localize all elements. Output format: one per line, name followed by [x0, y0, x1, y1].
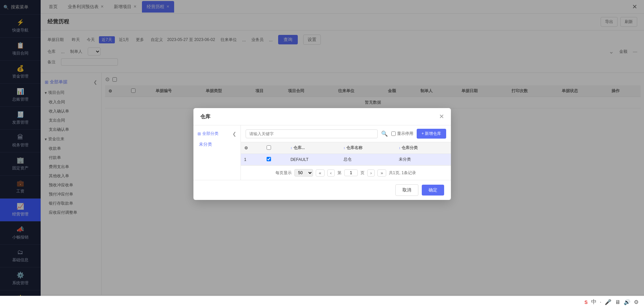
show-disabled-checkbox[interactable]	[391, 131, 396, 136]
grid-icon-2: ⊞	[198, 131, 201, 136]
row-category: 未分类	[395, 154, 451, 165]
modal-page-label: 页	[360, 170, 365, 176]
modal-header: 仓库 ✕	[193, 108, 451, 125]
modal-confirm-button[interactable]: 确定	[422, 185, 444, 196]
modal-footer: 取消 确定	[193, 180, 451, 200]
modal-body: ⊞ 全部分类 ❮ 未分类 🔍 显示停用 + 新增仓库	[193, 125, 451, 180]
modal-page-word: 第	[337, 170, 341, 176]
sys-icon-3[interactable]: 🖥	[615, 299, 620, 305]
modal-overlay: 仓库 ✕ ⊞ 全部分类 ❮ 未分类 🔍	[0, 0, 644, 308]
modal-right-panel: 🔍 显示停用 + 新增仓库 ⚙ ↕ 仓库...	[241, 125, 451, 180]
modal-cancel-button[interactable]: 取消	[395, 184, 418, 196]
warehouse-modal: 仓库 ✕ ⊞ 全部分类 ❮ 未分类 🔍	[193, 108, 451, 200]
modal-total-label: 共1页, 1条记录	[389, 170, 416, 176]
modal-pagination: 每页显示 50 100 « ‹ 第 页 › » 共1页, 1条记录	[241, 165, 451, 180]
modal-table-area: ⚙ ↕ 仓库... ↕ 仓库名称 ↕ 仓库分类 1 DEFA	[241, 142, 451, 165]
modal-search-button[interactable]: 🔍	[381, 130, 388, 137]
row-index: 1	[241, 154, 263, 165]
modal-first-page-btn[interactable]: «	[316, 169, 324, 177]
sys-icon-1[interactable]: 中	[591, 299, 597, 306]
modal-title: 仓库	[200, 114, 210, 120]
modal-per-page-select[interactable]: 50 100	[294, 169, 313, 177]
sys-icon-4[interactable]: 🔊	[624, 299, 630, 305]
sys-icon-2[interactable]: ·	[600, 299, 601, 305]
modal-search-input[interactable]	[246, 129, 378, 138]
modal-col-checkbox	[263, 142, 287, 154]
modal-header-checkbox[interactable]	[267, 145, 271, 150]
modal-last-page-btn[interactable]: »	[377, 169, 386, 177]
modal-page-input[interactable]	[344, 169, 358, 176]
modal-per-page-label: 每页显示	[275, 170, 292, 176]
modal-close-button[interactable]: ✕	[439, 113, 444, 120]
modal-collapse-btn[interactable]: ❮	[232, 131, 236, 137]
sys-taskbar: S 中 · 🎤 🖥 🔊 ⚙	[0, 296, 644, 308]
modal-left-title: ⊞ 全部分类	[198, 131, 219, 137]
modal-prev-page-btn[interactable]: ‹	[327, 169, 335, 177]
row-code: DEFAULT	[287, 154, 340, 165]
sys-mic-icon[interactable]: 🎤	[605, 299, 611, 305]
show-disabled-checkbox-label[interactable]: 显示停用	[391, 131, 413, 137]
modal-col-category: ↕ 仓库分类	[395, 142, 451, 154]
modal-toolbar: 🔍 显示停用 + 新增仓库	[241, 125, 451, 142]
sys-logo: S	[584, 300, 587, 305]
sys-icon-5[interactable]: ⚙	[634, 299, 639, 305]
modal-table-row[interactable]: 1 DEFAULT 总仓 未分类	[241, 154, 451, 165]
add-warehouse-button[interactable]: + 新增仓库	[417, 129, 446, 139]
modal-col-name: ↕ 仓库名称	[340, 142, 395, 154]
modal-next-page-btn[interactable]: ›	[367, 169, 375, 177]
modal-left-header: ⊞ 全部分类 ❮	[193, 129, 241, 139]
modal-col-code: ↕ 仓库...	[287, 142, 340, 154]
modal-table: ⚙ ↕ 仓库... ↕ 仓库名称 ↕ 仓库分类 1 DEFA	[241, 142, 451, 165]
row-name: 总仓	[340, 154, 395, 165]
row-select-checkbox[interactable]	[267, 157, 271, 161]
modal-left-unclassified[interactable]: 未分类	[193, 139, 241, 150]
modal-left-panel: ⊞ 全部分类 ❮ 未分类	[193, 125, 241, 180]
row-checkbox	[263, 154, 287, 165]
modal-col-gear: ⚙	[241, 142, 263, 154]
